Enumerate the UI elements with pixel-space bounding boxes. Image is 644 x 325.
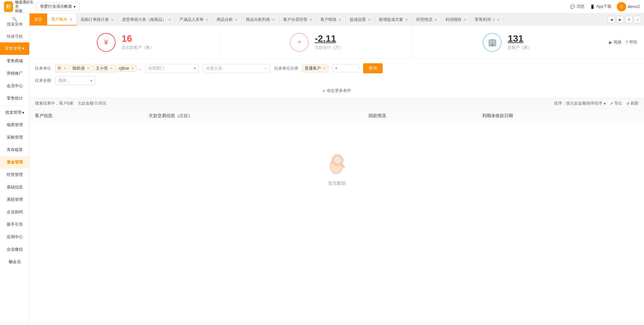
filter-tag-1[interactable]: 仟 ✕ — [55, 65, 69, 72]
category-tag-remove[interactable]: ✕ — [323, 66, 326, 71]
sidebar-item-capital[interactable]: 资金管理 — [0, 156, 29, 169]
search-icon: 🔍 — [12, 17, 17, 22]
sidebar-item-enterprise-collab[interactable]: 企业协同 — [0, 206, 29, 218]
sort-select[interactable]: 排序：按欠款金额倒序排序 ▾ — [554, 101, 606, 106]
tab-close-purchase-order-stats[interactable]: ✕ — [111, 18, 114, 22]
tab-close-customer-contact[interactable]: ✕ — [339, 18, 341, 22]
sidebar-item-operation[interactable]: 经营管理 — [0, 169, 29, 181]
sidebar-item-wholesale-mgmt[interactable]: 批发管理 ▾ — [0, 106, 29, 119]
arrears-label: 欠款合计（万） — [315, 45, 343, 50]
collapse-btn[interactable]: ∧ 收起更多条件 — [35, 88, 639, 94]
sidebar-item-member-center[interactable]: 会员中心 — [0, 80, 29, 92]
tab-expand-btn[interactable]: ⤢ — [634, 16, 641, 23]
sidebar-item-retail-mgmt[interactable]: 零售管理 ▾ — [0, 42, 29, 55]
empty-row: 暂无数据 — [30, 122, 644, 214]
tab-customer-accounts[interactable]: 客户账本 ✕ — [47, 13, 77, 26]
sidebar-item-basic-info[interactable]: 基础信息 — [0, 181, 29, 193]
tab-close-operation-status[interactable]: ✕ — [434, 18, 437, 22]
tab-profit-report[interactable]: 利润报告 ✕ — [441, 13, 471, 26]
sidebar-search-btn[interactable]: 🔍 搜索菜单 — [0, 13, 29, 31]
tab-purchase-order-stats[interactable]: 采购订单统计表 ✕ — [77, 13, 118, 26]
query-button[interactable]: 查询 — [363, 63, 383, 73]
filter-more-btn[interactable]: ... — [138, 66, 141, 71]
person-select[interactable]: 分管人员 ··· — [203, 64, 270, 73]
sidebar-item-enterprise-wechat[interactable]: 企业微信 — [0, 243, 29, 256]
stats-bar: ¥ 16 总欠款客户（家） ✦ -2.11 欠款合计（万） — [30, 26, 644, 59]
total-customers-icon: 🏢 — [482, 32, 502, 52]
sidebar-item-inventory[interactable]: 库存核算 — [0, 144, 29, 156]
tag-remove-3[interactable]: ✕ — [110, 66, 113, 71]
tab-close-customer-segment[interactable]: ✕ — [309, 18, 312, 22]
sidebar-item-ecommerce[interactable]: 电商管理 — [0, 119, 29, 131]
filter-tag-4[interactable]: cjttcw ✕ — [117, 65, 136, 72]
page-content: ¥ 16 总欠款客户（家） ✦ -2.11 欠款合计（万） — [30, 26, 644, 325]
tab-production-instock[interactable]: 产成品入库单 ✕ — [175, 13, 213, 26]
tag-remove-4[interactable]: ✕ — [131, 66, 134, 71]
tag-remove-1[interactable]: ✕ — [63, 66, 67, 71]
sidebar-item-purchase[interactable]: 采购管理 — [0, 131, 29, 144]
balance-select[interactable]: 选择... ▾ — [55, 76, 95, 85]
category-select[interactable]: ▾ — [332, 64, 359, 72]
tag-remove-2[interactable]: ✕ — [87, 66, 90, 71]
sidebar-item-retail-stats[interactable]: 零售统计 — [0, 92, 29, 105]
help-icon: ? — [626, 40, 628, 45]
sidebar-quick-nav[interactable]: 快捷导航 — [0, 31, 29, 41]
chevron-down-icon-cat: ▾ — [335, 66, 337, 71]
tab-goods-analysis-list[interactable]: 商品分析列表 ✕ — [242, 13, 279, 26]
video-link[interactable]: ▶ 视频 — [609, 39, 621, 45]
tab-home[interactable]: 首页 — [30, 13, 47, 26]
tab-retail-profit[interactable]: 零售利润（ ✕ — [471, 13, 504, 26]
tab-close-add-promotion[interactable]: ✕ — [405, 18, 408, 22]
empty-state: 暂无数据 — [30, 122, 644, 213]
filter-tags: 仟 ✕ 陈民强 ✕ 王小亮 ✕ cjttcw ✕ — [55, 65, 141, 72]
filter-row-2: 往来余额 选择... ▾ — [35, 76, 639, 85]
arrears-value: -2.11 — [315, 34, 343, 43]
tab-close-purchase-goods-stats[interactable]: ✕ — [168, 18, 171, 22]
tab-prev-btn[interactable]: ◀ — [608, 16, 615, 23]
tab-close-all-btn[interactable]: ✕ — [625, 16, 633, 23]
col-arrears-info: 欠款交易信息（占比） — [143, 109, 363, 122]
export-btn[interactable]: ↗ 导出 — [610, 101, 622, 106]
tab-close-retail-profit[interactable]: ✕ — [497, 18, 500, 22]
user-menu[interactable]: D demo2 — [617, 2, 640, 11]
tab-purchase-goods-stats[interactable]: 进货单统计表（按商品） ✕ — [118, 13, 175, 26]
tab-operation-status[interactable]: 经营情况 ✕ — [412, 13, 441, 26]
tab-close-customer-accounts[interactable]: ✕ — [70, 17, 72, 21]
tab-customer-contact[interactable]: 客户联络 ✕ — [316, 13, 346, 26]
help-link[interactable]: ? 帮助 — [626, 39, 637, 45]
tab-close-production[interactable]: ✕ — [206, 18, 208, 22]
dept-select[interactable]: 分管部门 ▾ — [145, 64, 199, 73]
tab-goods-analysis[interactable]: 商品分析 ✕ — [213, 13, 242, 26]
tab-close-profit-report[interactable]: ✕ — [464, 18, 466, 22]
results-summary: 搜索结果中，客户0家 — [35, 101, 74, 106]
filter-row-1: 往来单位 仟 ✕ 陈民强 ✕ 王小亮 ✕ — [35, 63, 639, 73]
sidebar-item-label: 零售管理 — [5, 46, 21, 51]
system-selector[interactable]: 母婴行业演示帐套 ▾ — [36, 2, 79, 11]
person-more-icon: ··· — [264, 66, 267, 71]
right-actions: 排序：按欠款金额倒序排序 ▾ ↗ 导出 ↺ 刷新 — [554, 101, 639, 106]
message-btn[interactable]: 💬 消息 — [570, 4, 585, 9]
sidebar-item-retail-mall[interactable]: 零售商城 — [0, 55, 29, 67]
sidebar-item-vip[interactable]: 畅会员 — [0, 256, 29, 268]
sidebar-item-system[interactable]: 系统管理 — [0, 193, 29, 206]
data-table: 客户信息 欠款交易信息（占比） 回款情况 到期未收款日期 — [30, 109, 644, 213]
tab-close-goods-analysis[interactable]: ✕ — [235, 18, 238, 22]
sidebar-item-marketing[interactable]: 营销推广 — [0, 67, 29, 80]
category-tag[interactable]: 普通客户 ✕ — [302, 65, 328, 72]
tab-close-goods-analysis-list[interactable]: ✕ — [272, 18, 275, 22]
filter-tag-3[interactable]: 王小亮 ✕ — [93, 65, 115, 72]
top-actions: 💬 消息 📱 App下载 D demo2 — [570, 2, 640, 11]
refresh-btn[interactable]: ↺ 刷新 — [626, 101, 639, 106]
app-download-btn[interactable]: 📱 App下载 — [590, 4, 611, 9]
chevron-down-icon-sort: ▾ — [604, 101, 606, 106]
filter-tag-2[interactable]: 陈民强 ✕ — [70, 65, 92, 72]
category-tags: 普通客户 ✕ — [302, 65, 328, 72]
stat-text-total: 131 总客户（家） — [508, 34, 532, 50]
tab-customer-segment[interactable]: 客户分层经营 ✕ — [279, 13, 316, 26]
tab-add-promotion[interactable]: 新增提成方案 ✕ — [375, 13, 412, 26]
sidebar-item-app-center[interactable]: 应用中心 — [0, 231, 29, 243]
tab-next-btn[interactable]: ▶ — [616, 16, 624, 23]
sidebar-item-newbie[interactable]: 新手引导 — [0, 218, 29, 231]
tab-promotion-settings[interactable]: 提成设置 ✕ — [346, 13, 375, 26]
tab-close-promotion-settings[interactable]: ✕ — [368, 18, 371, 22]
